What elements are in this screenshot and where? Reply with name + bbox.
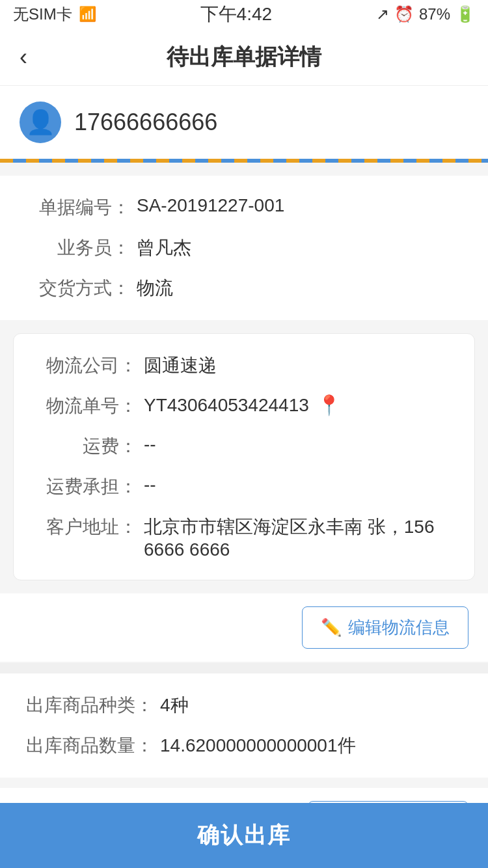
address-label: 客户地址： [33,515,137,539]
back-button[interactable]: ‹ [20,44,27,71]
customer-phone: 17666666666 [74,109,217,136]
status-time: 下午4:42 [200,2,273,27]
freight-value: -- [137,434,455,455]
location-icon: ↗ [376,5,389,23]
wifi-icon: 📶 [79,6,96,23]
logistics-tracking-value: YT43064053424413 📍 [137,394,455,416]
content-area: 单据编号： SA-20191227-001 业务员： 曾凡杰 交货方式： 物流 … [0,163,488,868]
delivery-row: 交货方式： 物流 [26,276,462,301]
delivery-label: 交货方式： [26,276,130,301]
avatar-icon: 👤 [26,109,55,136]
goods-section: 出库商品种类： 4种 出库商品数量： 14.620000000000001件 [0,673,488,778]
status-right: ↗ ⏰ 87% 🔋 [376,5,475,23]
confirm-btn-wrap: 确认出库 [0,803,488,868]
document-info-section: 单据编号： SA-20191227-001 业务员： 曾凡杰 交货方式： 物流 [0,176,488,320]
battery-text: 87% [419,5,450,23]
logistics-company-value: 圆通速递 [137,353,455,378]
delivery-value: 物流 [130,276,462,301]
freight-bear-row: 运费承担： -- [33,474,455,499]
goods-quantity-row: 出库商品数量： 14.620000000000001件 [26,733,462,758]
goods-quantity-value: 14.620000000000001件 [154,733,462,758]
alarm-icon: ⏰ [394,5,414,23]
goods-type-row: 出库商品种类： 4种 [26,693,462,718]
freight-bear-value: -- [137,474,455,495]
status-left: 无SIM卡 📶 [13,4,96,25]
freight-row: 运费： -- [33,434,455,459]
address-value: 北京市市辖区海淀区永丰南 张，156 6666 6666 [137,515,455,560]
battery-icon: 🔋 [455,5,475,23]
edit-icon: ✏️ [321,617,342,638]
salesman-row: 业务员： 曾凡杰 [26,236,462,260]
doc-number-label: 单据编号： [26,195,130,220]
confirm-outbound-button[interactable]: 确认出库 [0,803,488,868]
customer-header: 👤 17666666666 [0,86,488,159]
address-row: 客户地址： 北京市市辖区海淀区永丰南 张，156 6666 6666 [33,515,455,560]
nav-bar: ‹ 待出库单据详情 [0,29,488,86]
logistics-tracking-row: 物流单号： YT43064053424413 📍 [33,394,455,418]
avatar: 👤 [20,102,61,143]
freight-bear-label: 运费承担： [33,474,137,499]
logistics-tracking-label: 物流单号： [33,394,137,418]
goods-type-value: 4种 [154,693,462,718]
page-title: 待出库单据详情 [167,42,321,72]
map-pin-icon[interactable]: 📍 [317,394,341,416]
goods-quantity-label: 出库商品数量： [26,733,154,758]
salesman-value: 曾凡杰 [130,236,462,260]
status-bar: 无SIM卡 📶 下午4:42 ↗ ⏰ 87% 🔋 [0,0,488,29]
logistics-company-row: 物流公司： 圆通速递 [33,353,455,378]
freight-label: 运费： [33,434,137,459]
doc-number-row: 单据编号： SA-20191227-001 [26,195,462,220]
carrier-text: 无SIM卡 [13,4,72,25]
salesman-label: 业务员： [26,236,130,260]
edit-logistics-area: ✏️ 编辑物流信息 [0,593,488,662]
doc-number-value: SA-20191227-001 [130,195,462,216]
logistics-company-label: 物流公司： [33,353,137,378]
edit-logistics-button[interactable]: ✏️ 编辑物流信息 [302,606,468,649]
goods-type-label: 出库商品种类： [26,693,154,718]
gray-separator [0,663,488,673]
logistics-card: 物流公司： 圆通速递 物流单号： YT43064053424413 📍 运费： … [13,333,475,580]
